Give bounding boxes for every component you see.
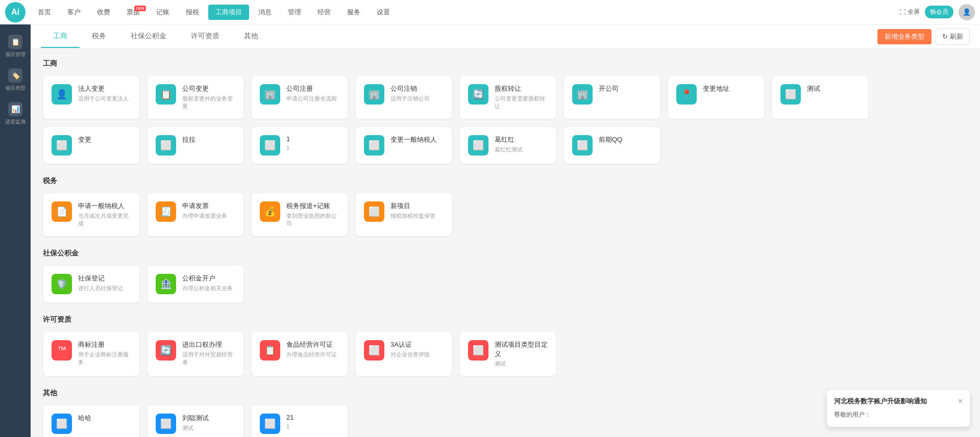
sidebar-item-progress[interactable]: 📊 进度监测 <box>0 97 31 131</box>
notification-body: 尊敬的用户： <box>834 410 963 420</box>
card-guquanzhuanrang[interactable]: 🔄 股权转让 公司变更需要股权转让 <box>459 75 556 119</box>
tab-gongshang[interactable]: 工商 <box>41 25 80 48</box>
vip-button[interactable]: 畅会员 <box>925 6 953 18</box>
tab-shuiwu[interactable]: 税务 <box>80 25 118 48</box>
card-icon: 🧾 <box>156 201 176 222</box>
nav-item-customer[interactable]: 客户 <box>60 5 88 20</box>
nav-item-home[interactable]: 首页 <box>31 5 58 20</box>
card-ceshi[interactable]: ⬜ 测试 <box>772 75 869 119</box>
card-shangbiaozhu[interactable]: ™ 商标注册 用于企业商标注册服务 <box>43 331 140 376</box>
card-icon: ™ <box>52 340 72 361</box>
card-title: 公司注销 <box>390 84 444 93</box>
card-desc: 申请公司注册全流程 <box>286 95 339 102</box>
card-gongsizuxiao[interactable]: 🏢 公司注销 适用于注销公司 <box>355 75 452 119</box>
card-gongsizhuce[interactable]: 🏢 公司注册 申请公司注册全流程 <box>251 75 348 119</box>
card-title: 21 <box>286 414 339 421</box>
card-icon: 🔄 <box>468 84 488 105</box>
nav-item-invoice[interactable]: 票据 new <box>119 5 147 20</box>
card-icon: ⬜ <box>572 135 593 156</box>
card-shuibaodao[interactable]: 💰 税务报道+记账 拿到营业执照的新公司 <box>251 193 348 237</box>
section-title-shebao: 社保公积金 <box>43 249 968 258</box>
card-title: 变更一般纳税人 <box>390 135 444 144</box>
card-gehonghong[interactable]: ⬜ 葛红红 葛红红测试 <box>459 126 556 164</box>
card-desc: 1 <box>286 144 339 152</box>
card-shipin[interactable]: 📋 食品经营许可证 办理食品经营许可证 <box>251 331 348 376</box>
fullscreen-button[interactable]: ⛶ 全屏 <box>899 8 920 16</box>
card-title: 股权转让 <box>495 84 548 93</box>
card-lala[interactable]: ⬜ 拉拉 <box>147 126 244 164</box>
notification-title: 河北税务数字账户升级影响通知 <box>834 397 927 406</box>
card-title: 拉拉 <box>182 135 235 144</box>
card-title: 法人变更 <box>78 84 131 93</box>
card-shebaodengji[interactable]: 🛡️ 社保登记 进行人员社保登记 <box>43 265 140 303</box>
card-biangengdizhi[interactable]: 📍 变更地址 <box>668 75 765 119</box>
tab-xuke[interactable]: 许可资质 <box>179 25 232 48</box>
tab-qita[interactable]: 其他 <box>232 25 271 48</box>
card-icon: ⬜ <box>52 135 72 156</box>
card-jinchukou[interactable]: 🔄 进出口权办理 适用于对外贸易经营者 <box>147 331 244 376</box>
card-shenqingfapiao[interactable]: 🧾 申请发票 办理申请发票业务 <box>147 193 244 237</box>
card-desc: 用于企业商标注册服务 <box>78 351 131 367</box>
card-desc: 测试 <box>495 360 548 368</box>
card-desc: 测试 <box>182 424 235 432</box>
refresh-button[interactable]: ↻ 刷新 <box>936 29 970 45</box>
sidebar: 📋 项目管理 🏷️ 项目类型 📊 进度监测 <box>0 24 31 437</box>
add-type-button[interactable]: 新增业务类型 <box>877 29 932 44</box>
card-desc: 报税加税控盘保管 <box>390 212 444 220</box>
card-icon: ⬜ <box>156 135 176 156</box>
card-icon: 🏢 <box>260 84 280 105</box>
card-desc: 办理申请发票业务 <box>182 212 235 220</box>
nav-item-service[interactable]: 服务 <box>340 5 368 20</box>
tab-shebao[interactable]: 社保公积金 <box>118 25 179 48</box>
card-gongjijinkaihu[interactable]: 🏦 公积金开户 办理公积金相关业务 <box>147 265 244 303</box>
card-icon: ⬜ <box>364 201 384 222</box>
card-shenqingna税[interactable]: 📄 申请一般纳税人 当月或次月成变更完成 <box>43 193 140 237</box>
card-title: 社保登记 <box>78 274 131 283</box>
nav-item-accounting[interactable]: 记账 <box>149 5 177 20</box>
tab-bar: 工商 税务 社保公积金 许可资质 其他 新增业务类型 ↻ 刷新 <box>31 24 980 49</box>
card-title: 刘聪测试 <box>182 414 235 423</box>
nav-item-fee[interactable]: 收费 <box>90 5 117 20</box>
card-faziren[interactable]: 👤 法人变更 适用于公司变更法人 <box>43 75 140 119</box>
fullscreen-icon: ⛶ <box>899 9 905 16</box>
nav-item-tax[interactable]: 报税 <box>179 5 206 20</box>
card-icon: 🛡️ <box>52 274 72 294</box>
card-title: 公积金开户 <box>182 274 235 283</box>
nav-item-operation[interactable]: 经营 <box>310 5 338 20</box>
card-icon: 📋 <box>156 84 176 105</box>
card-desc: 公司变更需要股权转让 <box>495 95 548 111</box>
card-qianqiQQ[interactable]: ⬜ 前期QQ <box>564 126 660 164</box>
sidebar-item-project-type[interactable]: 🏷️ 项目类型 <box>0 63 31 97</box>
notification-close-button[interactable]: × <box>958 397 963 406</box>
nav-right-area: ⛶ 全屏 畅会员 👤 <box>899 4 975 20</box>
card-21[interactable]: ⬜ 21 1 <box>251 405 348 437</box>
avatar[interactable]: 👤 <box>959 4 975 20</box>
nav-item-business[interactable]: 工商项目 <box>208 5 249 20</box>
card-biangengna税[interactable]: ⬜ 变更一般纳税人 <box>355 126 452 164</box>
card-desc: 适用于注销公司 <box>390 95 444 102</box>
card-kaigongsi[interactable]: 🏢 开公司 <box>564 75 660 119</box>
nav-item-settings[interactable]: 设置 <box>370 5 397 20</box>
sidebar-item-label: 进度监测 <box>5 118 26 125</box>
card-3a[interactable]: ⬜ 3A认证 对企业信誉评级 <box>355 331 452 376</box>
card-xinxiangmu[interactable]: ⬜ 新项目 报税加税控盘保管 <box>355 193 452 237</box>
content-area: 工商 👤 法人变更 适用于公司变更法人 📋 公司变更 股权变更外的业务变更 <box>31 49 980 437</box>
card-gongsibiange[interactable]: 📋 公司变更 股权变更外的业务变更 <box>147 75 244 119</box>
card-liucong[interactable]: ⬜ 刘聪测试 测试 <box>147 405 244 437</box>
nav-item-message[interactable]: 消息 <box>251 5 279 20</box>
card-one[interactable]: ⬜ 1 1 <box>251 126 348 164</box>
card-icon: 📍 <box>676 84 697 105</box>
card-haha[interactable]: ⬜ 哈哈 <box>43 405 140 437</box>
card-desc: 拿到营业执照的新公司 <box>286 212 339 228</box>
cards-grid-shebao: 🛡️ 社保登记 进行人员社保登记 🏦 公积金开户 办理公积金相关业务 <box>43 265 968 303</box>
card-icon: ⬜ <box>364 340 384 361</box>
card-title: 变更地址 <box>703 84 756 93</box>
card-icon: 🔄 <box>156 340 176 361</box>
sidebar-item-project-manage[interactable]: 📋 项目管理 <box>0 30 31 63</box>
card-desc: 1 <box>286 423 339 430</box>
card-ceshi-xuke[interactable]: ⬜ 测试项目类型目定义 测试 <box>459 331 556 376</box>
card-icon: ⬜ <box>156 414 176 434</box>
nav-item-manage[interactable]: 管理 <box>281 5 308 20</box>
card-biangeng[interactable]: ⬜ 变更 <box>43 126 140 164</box>
new-badge: new <box>134 6 146 11</box>
